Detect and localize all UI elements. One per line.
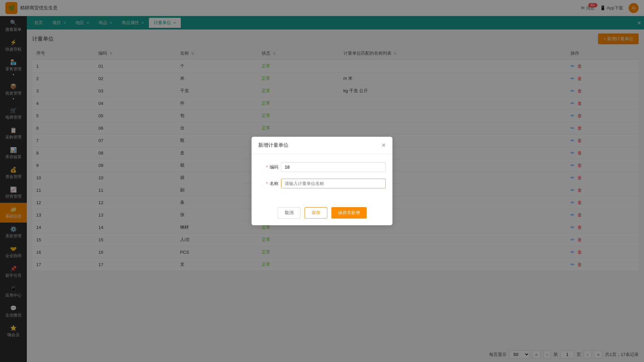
modal-footer: 取消 保存 保存并新增 — [252, 203, 392, 225]
save-and-new-button[interactable]: 保存并新增 — [331, 207, 367, 219]
add-unit-modal: 新增计量单位 ✕ * 编码 * 名称 取消 保存 保存并新增 — [252, 137, 392, 225]
code-required-mark: * — [266, 165, 268, 170]
modal-close-button[interactable]: ✕ — [381, 142, 386, 148]
save-button[interactable]: 保存 — [305, 207, 327, 219]
name-label: * 名称 — [258, 181, 278, 187]
name-form-row: * 名称 — [258, 179, 386, 188]
modal-title: 新增计量单位 — [258, 142, 288, 148]
modal-body: * 编码 * 名称 — [252, 154, 392, 203]
code-label: * 编码 — [258, 164, 278, 170]
cancel-button[interactable]: 取消 — [278, 207, 301, 219]
code-form-row: * 编码 — [258, 162, 386, 172]
code-input[interactable] — [281, 162, 386, 172]
name-required-mark: * — [266, 181, 268, 186]
name-input[interactable] — [281, 179, 386, 188]
modal-overlay: 新增计量单位 ✕ * 编码 * 名称 取消 保存 保存并新增 — [0, 0, 644, 362]
modal-header: 新增计量单位 ✕ — [252, 137, 392, 154]
